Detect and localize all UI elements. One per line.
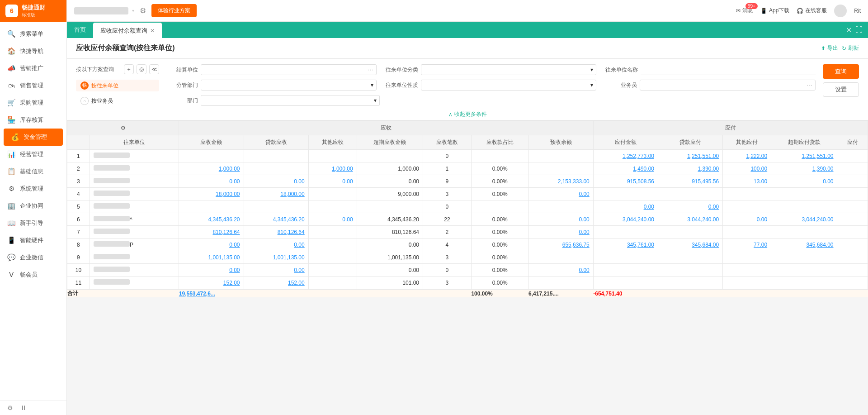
table-cell[interactable]: 4,345,436.20	[179, 213, 244, 226]
table-cell[interactable]: 3,044,240.00	[771, 213, 837, 226]
table-cell[interactable]: 0.00	[308, 175, 357, 188]
settings-icon[interactable]: ⚙	[121, 125, 126, 131]
table-cell[interactable]: 0.00	[179, 239, 244, 251]
tabbar-maximize-btn[interactable]: ⛶	[855, 26, 863, 34]
topbar-message-btn[interactable]: ✉ 消息 99+	[736, 7, 753, 14]
sidebar-item-wechat[interactable]: 💬 企业微信	[0, 249, 66, 266]
setting-button[interactable]: 设置	[823, 82, 859, 97]
table-cell[interactable]: 345,684.00	[658, 239, 722, 251]
table-cell[interactable]: 1,251,551.00	[658, 150, 722, 162]
sidebar-item-management[interactable]: 📊 经营管理	[0, 146, 66, 163]
table-cell[interactable]: 655,636.75	[528, 239, 593, 251]
tab-arbalance[interactable]: 应收应付余额查询 ✕	[93, 23, 162, 39]
category-input[interactable]: ▾	[421, 64, 596, 75]
table-cell[interactable]: 0.00	[308, 213, 357, 226]
table-cell[interactable]: 1,000.00	[179, 162, 244, 175]
table-cell[interactable]: 0.00	[244, 264, 308, 277]
table-cell[interactable]: 1,251,551.00	[771, 150, 837, 162]
unitname-input[interactable]	[641, 65, 816, 75]
table-cell[interactable]: 13.00	[723, 175, 771, 188]
sidebar-item-finance[interactable]: 💰 资金管理	[4, 129, 63, 146]
table-cell[interactable]: 1,001,135.00	[179, 251, 244, 264]
table-cell[interactable]: 4,345,436.20	[244, 213, 308, 226]
sidebar-item-quicknav[interactable]: 🏠 快捷导航	[0, 43, 66, 60]
sidebar-collapse-btn[interactable]: ⏸	[20, 404, 27, 411]
table-cell[interactable]: 1,390.00	[658, 162, 722, 175]
refresh-button[interactable]: ↻ 刷新	[842, 44, 859, 52]
table-cell[interactable]: 1,222.00	[723, 150, 771, 162]
collapse-scheme-btn[interactable]: ≪	[149, 64, 159, 74]
table-cell[interactable]: 100.00	[723, 162, 771, 175]
table-cell[interactable]: 1,390.00	[771, 162, 837, 175]
footer-ys[interactable]: 19,553,472,6...	[179, 289, 244, 297]
edit-scheme-btn[interactable]: ◎	[137, 64, 146, 74]
table-cell[interactable]: 0.00	[179, 264, 244, 277]
salesman-input[interactable]: ···	[640, 80, 816, 91]
table-cell[interactable]: 2,153,333.00	[528, 175, 593, 188]
sidebar-item-basic[interactable]: 📋 基础信息	[0, 163, 66, 180]
topbar-app-btn[interactable]: 📱 App下载	[760, 7, 789, 14]
table-cell[interactable]: 3,044,240.00	[593, 213, 658, 226]
account-dots[interactable]: ···	[368, 67, 373, 73]
sidebar-item-search[interactable]: 🔍 搜索菜单	[0, 25, 66, 43]
table-cell[interactable]: 345,684.00	[771, 239, 837, 251]
filter-option-bysalesman[interactable]: ○ 按业务员	[76, 95, 159, 107]
table-cell[interactable]: 1,252,773.00	[593, 150, 658, 162]
dept-input[interactable]: ▾	[201, 80, 377, 91]
tabbar-close-btn[interactable]: ✕	[846, 26, 852, 34]
topbar-service-btn[interactable]: 🎧 在线客服	[797, 7, 827, 14]
export-button[interactable]: ⬆ 导出	[821, 44, 838, 52]
table-cell[interactable]: 810,126.64	[179, 226, 244, 239]
filter-option-byunit[interactable]: 畅 按往来单位	[76, 80, 159, 91]
collapse-button[interactable]: ∧ 收起更多条件	[76, 109, 859, 120]
salesman-dots[interactable]: ···	[807, 82, 812, 88]
table-cell[interactable]: 810,126.64	[244, 226, 308, 239]
table-cell[interactable]: 0.00	[723, 213, 771, 226]
table-cell[interactable]: 0.00	[528, 226, 593, 239]
table-cell[interactable]: 0.00	[593, 200, 658, 213]
table-cell[interactable]: 0.00	[528, 188, 593, 200]
table-cell[interactable]: 1,001,135.00	[244, 251, 308, 264]
table-cell[interactable]: 0.00	[528, 264, 593, 277]
topbar-gear-icon[interactable]: ⚙	[140, 6, 146, 15]
table-cell[interactable]: 0.00	[244, 175, 308, 188]
sidebar-item-hardware[interactable]: 📱 智能硬件	[0, 232, 66, 249]
table-cell[interactable]: 0.00	[528, 213, 593, 226]
table-cell[interactable]: 152.00	[179, 277, 244, 290]
topbar-cta-button[interactable]: 体验行业方案	[151, 4, 197, 17]
sidebar-item-sales-label: 销售管理	[20, 81, 43, 90]
table-cell[interactable]: 0.00	[244, 239, 308, 251]
sidebar-item-purchase[interactable]: 🛒 采购管理	[0, 94, 66, 111]
account-input[interactable]: ···	[201, 64, 377, 75]
sidebar-item-enterprise[interactable]: 🏢 企业协同	[0, 197, 66, 215]
sidebar-item-inventory[interactable]: 🏪 库存核算	[0, 111, 66, 129]
sidebar-item-guide[interactable]: 📖 新手引导	[0, 215, 66, 232]
tab-home[interactable]: 首页	[67, 22, 93, 38]
table-cell[interactable]: 152.00	[244, 277, 308, 290]
tab-arbalance-close[interactable]: ✕	[150, 28, 155, 34]
table-cell[interactable]: 1,000.00	[308, 162, 357, 175]
table-cell[interactable]: 18,000.00	[179, 188, 244, 200]
sidebar-item-system[interactable]: ⚙ 系统管理	[0, 180, 66, 197]
nature-input[interactable]: ▾	[421, 80, 596, 91]
table-cell[interactable]: 0.00	[658, 200, 722, 213]
add-scheme-btn[interactable]: ＋	[124, 64, 134, 74]
avatar[interactable]	[834, 5, 847, 17]
section-input[interactable]: ▾	[201, 95, 380, 106]
sidebar-item-marketing[interactable]: 📣 营销推广	[0, 60, 66, 77]
table-cell[interactable]: 0.00	[771, 175, 837, 188]
table-cell[interactable]: 1,490.00	[593, 162, 658, 175]
sidebar-settings-btn[interactable]: ⚙	[7, 404, 13, 411]
table-cell[interactable]: 345,761.00	[593, 239, 658, 251]
table-cell[interactable]: 915,508.56	[593, 175, 658, 188]
username[interactable]: Rit	[854, 8, 861, 14]
table-cell[interactable]: 18,000.00	[244, 188, 308, 200]
table-cell[interactable]: 77.00	[723, 239, 771, 251]
sidebar-item-sales[interactable]: 🛍 销售管理	[0, 77, 66, 94]
sidebar-item-vip[interactable]: Ⅴ 畅会员	[0, 266, 66, 283]
table-cell[interactable]: 915,495.56	[658, 175, 722, 188]
query-button[interactable]: 查询	[823, 64, 859, 79]
enterprise-icon: 🏢	[7, 202, 15, 210]
table-cell[interactable]: 3,044,240.00	[658, 213, 722, 226]
table-cell[interactable]: 0.00	[179, 175, 244, 188]
